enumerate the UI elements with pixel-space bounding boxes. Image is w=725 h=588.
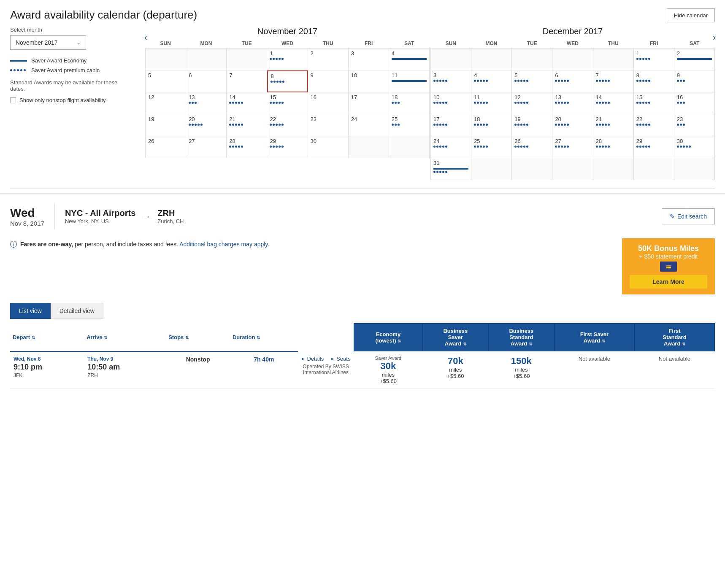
economy-type: Saver Award xyxy=(357,356,419,361)
calendar-cell[interactable]: 21 xyxy=(593,114,634,136)
calendar-cell[interactable]: 25 xyxy=(389,114,430,136)
calendar-cell[interactable]: 29 xyxy=(267,136,308,158)
calendar-cell[interactable]: 6 xyxy=(186,70,227,92)
calendar-cell[interactable]: 21 xyxy=(227,114,267,136)
promo-learn-more-button[interactable]: Learn More xyxy=(630,275,707,289)
sort-economy-icon[interactable]: ⇅ xyxy=(398,339,401,343)
calendar-cell[interactable]: 26 xyxy=(512,136,552,158)
prev-month-arrow[interactable]: ‹ xyxy=(141,31,151,44)
calendar-cell[interactable]: 10 xyxy=(431,92,471,114)
calendar-cell[interactable]: 8 xyxy=(634,70,674,92)
calendar-cell[interactable]: 19 xyxy=(146,114,186,136)
sort-duration-icon[interactable]: ⇅ xyxy=(257,335,260,340)
calendar-cell[interactable]: 27 xyxy=(186,136,227,158)
calendar-cell[interactable]: 18 xyxy=(389,92,430,114)
calendar-cell[interactable]: 25 xyxy=(471,136,512,158)
promo-banner: 50K Bonus Miles + $50 statement credit 💳… xyxy=(622,238,715,294)
calendar-cell[interactable]: 16 xyxy=(308,92,349,114)
calendar-cell[interactable]: 15 xyxy=(267,92,308,114)
calendar-cell[interactable]: 22 xyxy=(634,114,674,136)
calendar-cell[interactable]: 11 xyxy=(471,92,512,114)
details-link[interactable]: ► Details xyxy=(301,356,324,362)
sort-depart-icon[interactable]: ⇅ xyxy=(32,335,35,340)
availability-dots xyxy=(596,124,631,126)
calendar-cell[interactable]: 28 xyxy=(227,136,267,158)
calendar-cell[interactable]: 3 xyxy=(349,49,389,70)
calendar-cell[interactable]: 24 xyxy=(431,136,471,158)
calendar-cell[interactable]: 23 xyxy=(674,114,715,136)
availability-bar xyxy=(392,58,427,60)
fares-bold: Fares are one-way, xyxy=(20,241,73,248)
calendar-cell[interactable]: 12 xyxy=(146,92,186,114)
biz-std-miles: 150k xyxy=(492,356,551,367)
calendar-cell xyxy=(471,49,512,70)
calendar-cell[interactable]: 30 xyxy=(674,136,715,158)
calendar-cell[interactable]: 14 xyxy=(593,92,634,114)
calendar-cell[interactable]: 28 xyxy=(593,136,634,158)
calendar-cell[interactable]: 8 xyxy=(267,70,308,92)
fares-link[interactable]: Additional bag charges may apply. xyxy=(179,241,269,248)
sort-biz-std-icon[interactable]: ⇅ xyxy=(529,342,532,346)
calendar-cell[interactable]: 9 xyxy=(674,70,715,92)
availability-dots xyxy=(514,102,549,104)
calendar-cell[interactable]: 18 xyxy=(471,114,512,136)
edit-search-button[interactable]: ✎ Edit search xyxy=(662,208,715,224)
nov-mon: MON xyxy=(186,39,226,48)
calendar-cell[interactable]: 19 xyxy=(512,114,552,136)
availability-dots xyxy=(636,58,671,60)
calendar-cell[interactable]: 4 xyxy=(389,49,430,70)
calendar-cell[interactable]: 26 xyxy=(146,136,186,158)
availability-dots xyxy=(433,171,468,173)
calendar-cell[interactable]: 5 xyxy=(512,70,552,92)
calendar-cell[interactable]: 13 xyxy=(552,92,593,114)
seats-link[interactable]: ► Seats xyxy=(330,356,350,362)
calendar-cell[interactable]: 7 xyxy=(593,70,634,92)
calendar-cell[interactable]: 29 xyxy=(634,136,674,158)
calendar-cell[interactable]: 12 xyxy=(512,92,552,114)
saver-premium-label: Saver Award premium cabin xyxy=(31,67,100,73)
nov-wed: WED xyxy=(267,39,308,48)
calendar-cell[interactable]: 13 xyxy=(186,92,227,114)
calendar-cell[interactable]: 11 xyxy=(389,70,430,92)
calendar-cell[interactable]: 10 xyxy=(349,70,389,92)
calendar-cell[interactable]: 2 xyxy=(674,49,715,70)
sort-first-saver-icon[interactable]: ⇅ xyxy=(602,339,605,343)
month-select[interactable]: November 2017 ⌄ xyxy=(10,35,86,50)
calendar-cell[interactable]: 20 xyxy=(186,114,227,136)
nonstop-checkbox[interactable] xyxy=(10,97,16,103)
sort-biz-saver-icon[interactable]: ⇅ xyxy=(463,342,466,346)
arrive-time: 10:50 am xyxy=(87,363,162,372)
calendar-cell[interactable]: 22 xyxy=(267,114,308,136)
calendar-cell[interactable]: 30 xyxy=(308,136,349,158)
hide-calendar-button[interactable]: Hide calendar xyxy=(667,8,715,22)
calendar-cell[interactable]: 9 xyxy=(308,70,349,92)
calendar-cell[interactable]: 27 xyxy=(552,136,593,158)
calendar-cell[interactable]: 24 xyxy=(349,114,389,136)
sort-arrive-icon[interactable]: ⇅ xyxy=(104,335,107,340)
list-view-button[interactable]: List view xyxy=(10,303,51,319)
nonstop-checkbox-row[interactable]: Show only nonstop flight availability xyxy=(10,97,128,103)
calendar-cell[interactable]: 31 xyxy=(431,158,471,180)
calendar-cell[interactable]: 1 xyxy=(634,49,674,70)
calendar-cell[interactable]: 2 xyxy=(308,49,349,70)
calendar-cell[interactable]: 15 xyxy=(634,92,674,114)
calendar-cell[interactable]: 4 xyxy=(471,70,512,92)
calendar-cell[interactable]: 16 xyxy=(674,92,715,114)
calendar-cell[interactable]: 14 xyxy=(227,92,267,114)
calendar-cell[interactable]: 6 xyxy=(552,70,593,92)
calendar-cell[interactable]: 20 xyxy=(552,114,593,136)
nov-thu: THU xyxy=(308,39,348,48)
calendar-cell xyxy=(471,158,512,180)
next-month-arrow[interactable]: › xyxy=(709,31,719,44)
detailed-view-button[interactable]: Detailed view xyxy=(51,303,103,319)
calendar-cell[interactable]: 17 xyxy=(349,92,389,114)
sort-first-std-icon[interactable]: ⇅ xyxy=(682,342,685,346)
calendar-cell[interactable]: 1 xyxy=(267,49,308,70)
calendar-cell[interactable]: 5 xyxy=(146,70,186,92)
calendar-cell[interactable]: 17 xyxy=(431,114,471,136)
calendar-cell[interactable]: 7 xyxy=(227,70,267,92)
th-business-saver: BusinessSaverAward ⇅ xyxy=(422,324,488,351)
calendar-cell[interactable]: 3 xyxy=(431,70,471,92)
calendar-cell[interactable]: 23 xyxy=(308,114,349,136)
sort-stops-icon[interactable]: ⇅ xyxy=(185,335,189,340)
